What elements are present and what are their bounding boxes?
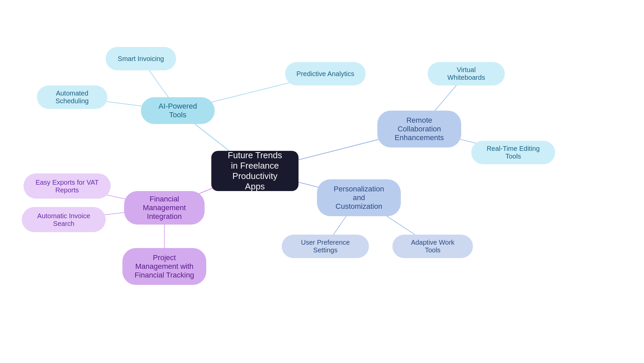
center-node[interactable]: Future Trends in Freelance Productivity … xyxy=(211,151,299,191)
adaptive-work-node[interactable]: Adaptive Work Tools xyxy=(392,235,473,258)
ai-powered-node[interactable]: AI-Powered Tools xyxy=(141,97,215,124)
virtual-whiteboards-node[interactable]: Virtual Whiteboards xyxy=(428,62,505,85)
smart-invoicing-node[interactable]: Smart Invoicing xyxy=(106,47,176,70)
mind-map: Future Trends in Freelance Productivity … xyxy=(0,0,644,363)
personalization-node[interactable]: Personalization and Customization xyxy=(317,179,401,216)
financial-management-node[interactable]: Financial Management Integration xyxy=(124,191,205,225)
easy-exports-node[interactable]: Easy Exports for VAT Reports xyxy=(23,174,111,199)
remote-collaboration-node[interactable]: Remote Collaboration Enhancements xyxy=(377,111,461,147)
predictive-analytics-node[interactable]: Predictive Analytics xyxy=(285,62,366,85)
automatic-invoice-node[interactable]: Automatic Invoice Search xyxy=(22,207,106,232)
project-management-node[interactable]: Project Management with Financial Tracki… xyxy=(122,248,206,285)
user-preference-node[interactable]: User Preference Settings xyxy=(282,235,369,258)
automated-scheduling-node[interactable]: Automated Scheduling xyxy=(37,85,107,109)
realtime-editing-node[interactable]: Real-Time Editing Tools xyxy=(471,141,555,164)
